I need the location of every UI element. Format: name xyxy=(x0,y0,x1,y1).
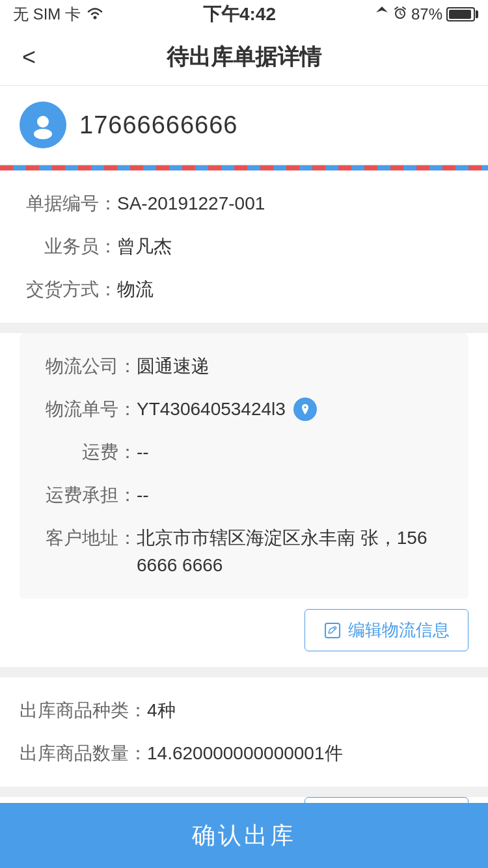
logistics-company-row: 物流公司： 圆通速递 xyxy=(39,353,449,380)
goods-section: 出库商品种类： 4种 出库商品数量： 14.620000000000001件 xyxy=(0,677,488,787)
freight-row: 运费： -- xyxy=(39,439,449,466)
goods-types-label: 出库商品种类： xyxy=(20,697,147,724)
delivery-method-label: 交货方式： xyxy=(20,276,117,303)
delivery-method-row: 交货方式： 物流 xyxy=(20,276,468,303)
carrier-text: 无 SIM 卡 xyxy=(13,4,81,25)
freight-bearer-label: 运费承担： xyxy=(39,481,137,509)
back-button[interactable]: < xyxy=(16,37,42,77)
salesman-row: 业务员： 曾凡杰 xyxy=(20,233,468,260)
confirm-btn-label: 确认出库 xyxy=(192,820,296,852)
logistics-tracking-value: YT43064053424l3 xyxy=(137,396,449,423)
battery-icon xyxy=(446,7,475,21)
location-status-icon xyxy=(375,5,389,23)
goods-types-row: 出库商品种类： 4种 xyxy=(20,697,468,724)
doc-number-row: 单据编号： SA-20191227-001 xyxy=(20,190,468,217)
freight-bearer-value: -- xyxy=(137,481,449,509)
page-title: 待出库单据详情 xyxy=(167,42,321,72)
confirm-button[interactable]: 确认出库 xyxy=(0,803,488,868)
order-info-section: 单据编号： SA-20191227-001 业务员： 曾凡杰 交货方式： 物流 xyxy=(0,170,488,323)
status-time: 下午4:42 xyxy=(203,2,276,27)
svg-rect-4 xyxy=(325,623,340,638)
freight-label: 运费： xyxy=(39,439,137,466)
svg-point-2 xyxy=(37,116,49,128)
goods-quantity-label: 出库商品数量： xyxy=(20,740,147,767)
goods-quantity-value: 14.620000000000001件 xyxy=(147,740,468,767)
edit-btn-label: 编辑物流信息 xyxy=(348,619,450,642)
user-header: 17666666666 xyxy=(0,86,488,164)
logistics-tracking-row: 物流单号： YT43064053424l3 xyxy=(39,396,449,423)
status-left: 无 SIM 卡 xyxy=(13,4,104,25)
address-label: 客户地址： xyxy=(39,524,137,552)
logistics-card: 物流公司： 圆通速递 物流单号： YT43064053424l3 xyxy=(20,333,468,599)
freight-bearer-row: 运费承担： -- xyxy=(39,481,449,509)
svg-point-3 xyxy=(34,129,52,139)
delivery-method-value: 物流 xyxy=(117,276,468,303)
address-value: 北京市市辖区海淀区永丰南 张，156 6666 6666 xyxy=(137,524,449,579)
logistics-company-value: 圆通速递 xyxy=(137,353,449,380)
wifi-icon xyxy=(86,5,104,23)
doc-number-label: 单据编号： xyxy=(20,190,117,217)
battery-percent-text: 87% xyxy=(411,5,442,23)
svg-point-0 xyxy=(94,16,97,20)
address-row: 客户地址： 北京市市辖区海淀区永丰南 张，156 6666 6666 xyxy=(39,524,449,579)
tracking-location-icon[interactable] xyxy=(293,398,317,421)
logistics-company-label: 物流公司： xyxy=(39,353,137,380)
freight-value: -- xyxy=(137,439,449,466)
dashed-divider xyxy=(0,165,488,170)
user-avatar xyxy=(20,102,66,148)
alarm-status-icon xyxy=(393,5,407,23)
logistics-section: 物流公司： 圆通速递 物流单号： YT43064053424l3 xyxy=(0,333,488,667)
status-bar: 无 SIM 卡 下午4:42 87% xyxy=(0,0,488,29)
status-right: 87% xyxy=(375,5,475,23)
tracking-number-text: YT43064053424l3 xyxy=(137,396,286,423)
edit-logistics-button[interactable]: 编辑物流信息 xyxy=(305,609,468,651)
main-content: 17666666666 单据编号： SA-20191227-001 业务员： 曾… xyxy=(0,86,488,868)
user-phone: 17666666666 xyxy=(79,111,237,139)
goods-types-value: 4种 xyxy=(147,697,468,724)
doc-number-value: SA-20191227-001 xyxy=(117,190,468,217)
goods-quantity-row: 出库商品数量： 14.620000000000001件 xyxy=(20,740,468,767)
salesman-label: 业务员： xyxy=(20,233,117,260)
nav-bar: < 待出库单据详情 xyxy=(0,29,488,86)
logistics-tracking-label: 物流单号： xyxy=(39,396,137,423)
edit-btn-container: 编辑物流信息 xyxy=(0,609,488,667)
salesman-value: 曾凡杰 xyxy=(117,233,468,260)
